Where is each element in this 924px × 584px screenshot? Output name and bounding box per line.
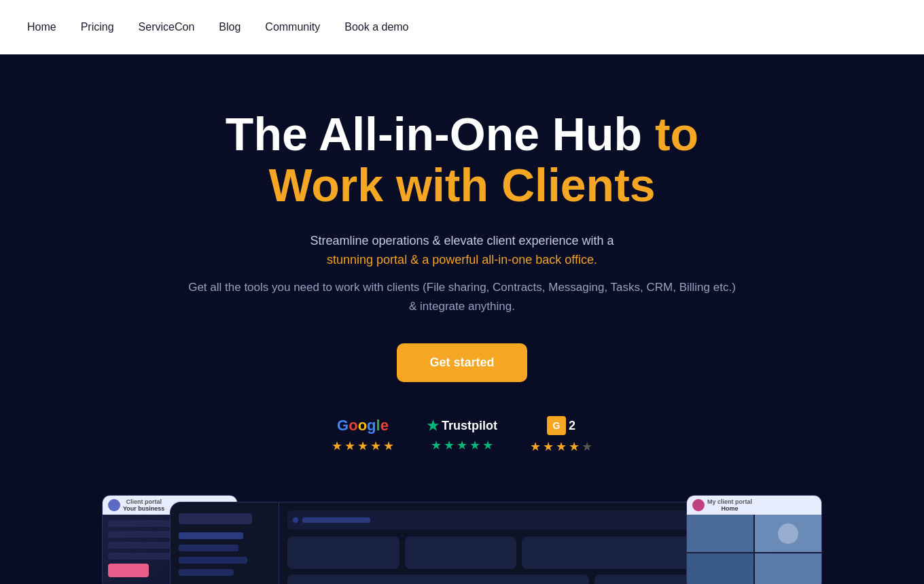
trustpilot-logo: ★ Trustpilot bbox=[427, 417, 497, 434]
google-stars: ★ ★ ★ ★ ★ bbox=[332, 439, 394, 453]
trustpilot-rating: ★ Trustpilot ★ ★ ★ ★ ★ bbox=[427, 417, 497, 453]
topbar-title bbox=[302, 517, 370, 523]
g2-star-5: ★ bbox=[582, 439, 592, 454]
dash-card-2 bbox=[405, 536, 517, 569]
dash-cards-row-1 bbox=[287, 536, 745, 569]
photo-3 bbox=[687, 553, 753, 584]
photo-overlay bbox=[778, 523, 798, 544]
photo-2 bbox=[755, 515, 821, 552]
tp-star-5: ★ bbox=[482, 438, 493, 453]
nav-item-book-demo[interactable]: Book a demo bbox=[344, 21, 408, 33]
mini-cta-pill bbox=[108, 564, 149, 577]
mini-avatar-right bbox=[692, 499, 705, 511]
g2-stars: ★ ★ ★ ★ ★ bbox=[530, 439, 592, 454]
star-4: ★ bbox=[370, 439, 381, 453]
g2-rating: G 2 ★ ★ ★ ★ ★ bbox=[530, 416, 592, 454]
hero-title-plain: The All-in-One Hub bbox=[226, 108, 655, 160]
get-started-button[interactable]: Get started bbox=[397, 343, 527, 382]
photo-4 bbox=[755, 553, 821, 584]
dash-sidebar bbox=[171, 502, 279, 584]
dash-card-4 bbox=[287, 574, 589, 584]
trustpilot-stars: ★ ★ ★ ★ ★ bbox=[431, 438, 493, 453]
hero-description: Get all the tools you need to work with … bbox=[183, 278, 741, 316]
star-5: ★ bbox=[383, 439, 394, 453]
google-rating: Google ★ ★ ★ ★ ★ bbox=[332, 417, 394, 453]
mini-text-right: My client portal Home bbox=[707, 498, 752, 512]
ratings-row: Google ★ ★ ★ ★ ★ ★ Trustpilot ★ ★ bbox=[183, 416, 741, 454]
hero-content: The All-in-One Hub to Work with Clients … bbox=[156, 54, 768, 454]
star-2: ★ bbox=[344, 439, 355, 453]
nav-item-community[interactable]: Community bbox=[265, 21, 320, 33]
star-3: ★ bbox=[357, 439, 368, 453]
dash-topbar bbox=[287, 511, 745, 530]
google-logo-text: Google bbox=[337, 417, 389, 434]
photo-collage bbox=[687, 515, 821, 584]
nav-links-container: Home Pricing ServiceCon Blog Community B… bbox=[0, 0, 924, 54]
dash-main bbox=[279, 502, 753, 584]
g2-star-2: ★ bbox=[543, 439, 554, 454]
star-1: ★ bbox=[332, 439, 342, 453]
g2-star-3: ★ bbox=[556, 439, 567, 454]
hero-section: The All-in-One Hub to Work with Clients … bbox=[0, 0, 924, 584]
dashboard-preview bbox=[170, 502, 754, 584]
sidebar-logo bbox=[179, 513, 252, 524]
sidebar-item-3 bbox=[179, 557, 247, 564]
sidebar-item-2 bbox=[179, 545, 238, 551]
g2-badge: G 2 bbox=[547, 416, 575, 435]
sidebar-item-1 bbox=[179, 532, 243, 539]
hero-visual: Client portal Your business bbox=[88, 475, 836, 584]
navbar: Hubflo Home Pricing ServiceCon Blog Comm… bbox=[0, 0, 924, 54]
nav-item-blog[interactable]: Blog bbox=[219, 21, 241, 33]
mini-header-right: My client portal Home bbox=[687, 496, 821, 515]
nav-item-servicecon[interactable]: ServiceCon bbox=[139, 21, 195, 33]
mini-text-left: Client portal Your business bbox=[123, 498, 164, 512]
tp-star-4: ★ bbox=[469, 438, 480, 453]
hero-subtitle-plain: Streamline operations & elevate client e… bbox=[310, 234, 614, 247]
photo-1 bbox=[687, 515, 753, 552]
topbar-indicator bbox=[293, 517, 298, 523]
dashboard-inner bbox=[171, 502, 753, 584]
g2-icon: G bbox=[547, 416, 566, 435]
tp-star-2: ★ bbox=[444, 438, 455, 453]
nav-item-pricing[interactable]: Pricing bbox=[81, 21, 114, 33]
nav-item-home[interactable]: Home bbox=[27, 21, 56, 33]
g2-star-4: ★ bbox=[569, 439, 580, 454]
mini-avatar-left bbox=[108, 499, 120, 511]
hero-subtitle: Streamline operations & elevate client e… bbox=[183, 231, 741, 271]
hero-subtitle-highlight: stunning portal & a powerful all-in-one … bbox=[327, 253, 597, 267]
tp-star-3: ★ bbox=[457, 438, 467, 453]
dash-card-1 bbox=[287, 536, 399, 569]
side-preview-right: My client portal Home bbox=[686, 495, 822, 584]
nav-links-list: Home Pricing ServiceCon Blog Community B… bbox=[27, 21, 409, 33]
g2-label: 2 bbox=[569, 419, 575, 433]
hero-title: The All-in-One Hub to Work with Clients bbox=[183, 109, 741, 211]
tp-star-1: ★ bbox=[431, 438, 442, 453]
dash-cards-row-2 bbox=[287, 574, 745, 584]
g2-star-1: ★ bbox=[530, 439, 541, 454]
sidebar-item-4 bbox=[179, 569, 234, 576]
